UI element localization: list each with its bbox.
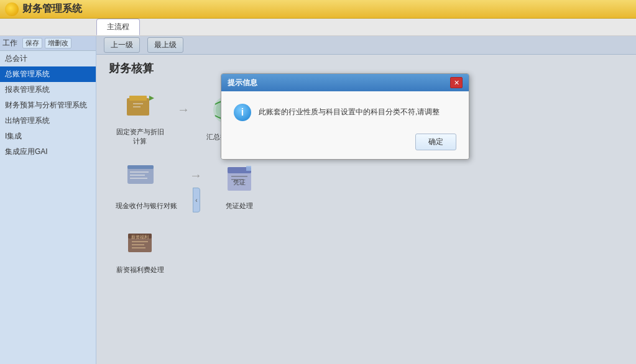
sidebar-item-6[interactable]: 集成应用GAI (0, 144, 96, 160)
sidebar-edit-btn[interactable]: 增删改 (45, 38, 71, 48)
dialog-close-button[interactable]: ✕ (450, 77, 463, 88)
sidebar-collapse-handle[interactable]: ‹ (193, 188, 200, 212)
tab-main-flow[interactable]: 主流程 (96, 19, 140, 35)
dialog-overlay: 提示信息 ✕ i 此账套的行业性质与科目设置中的科目分类不符,请调整 确定 (96, 36, 636, 364)
dialog-body: i 此账套的行业性质与科目设置中的科目分类不符,请调整 (221, 91, 469, 127)
sidebar-toolbar: 工作 保存 增删改 (0, 36, 96, 51)
app-title: 财务管理系统 (22, 2, 82, 16)
dialog-ok-button[interactable]: 确定 (415, 134, 456, 150)
sidebar-item-1[interactable]: 总账管理系统 (0, 66, 96, 82)
sidebar-item-2[interactable]: 报表管理系统 (0, 82, 96, 98)
dialog-titlebar: 提示信息 ✕ (221, 74, 469, 91)
content-area: 上一级 最上级 财务核算 固定资产与折旧计算 (96, 36, 636, 364)
sidebar-toolbar-title: 工作 (2, 38, 17, 48)
tab-bar: 主流程 (0, 19, 636, 36)
app-logo (5, 2, 19, 16)
dialog-box: 提示信息 ✕ i 此账套的行业性质与科目设置中的科目分类不符,请调整 确定 (221, 73, 469, 160)
title-bar: 财务管理系统 (0, 0, 636, 19)
sidebar-item-0[interactable]: 总会计 (0, 51, 96, 66)
sidebar-item-4[interactable]: 出纳管理系统 (0, 113, 96, 129)
main-layout: 工作 保存 增删改 总会计 总账管理系统 报表管理系统 财务预算与分析管理系统 … (0, 36, 636, 364)
dialog-footer: 确定 (221, 127, 469, 159)
sidebar-item-5[interactable]: I集成 (0, 129, 96, 144)
sidebar: 工作 保存 增删改 总会计 总账管理系统 报表管理系统 财务预算与分析管理系统 … (0, 36, 96, 364)
sidebar-item-3[interactable]: 财务预算与分析管理系统 (0, 98, 96, 113)
sidebar-save-btn[interactable]: 保存 (22, 38, 42, 48)
dialog-info-icon: i (234, 104, 251, 121)
dialog-title: 提示信息 (228, 78, 257, 88)
dialog-message: 此账套的行业性质与科目设置中的科目分类不符,请调整 (259, 104, 440, 118)
